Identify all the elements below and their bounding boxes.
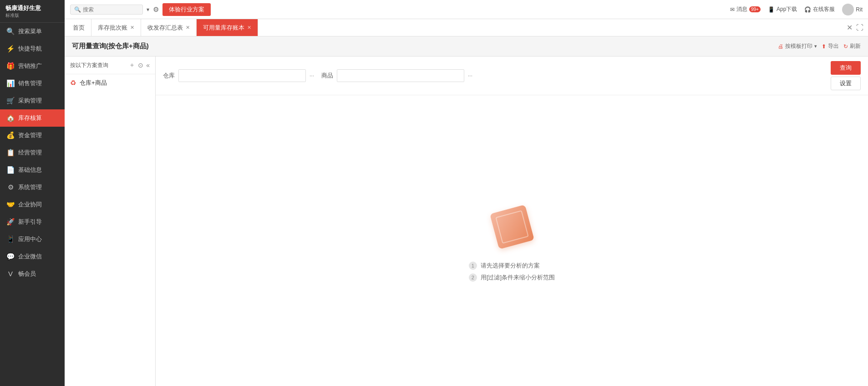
empty-hint-2: 2 用[过滤]条件来缩小分析范围: [469, 273, 555, 282]
sidebar-item-vip[interactable]: V 畅会员: [0, 265, 65, 283]
warehouse-label: 仓库: [163, 72, 175, 80]
tab-batch-account[interactable]: 库存批次账 ✕: [91, 19, 141, 36]
hint1-text: 请先选择要分析的方案: [481, 262, 540, 270]
sidebar-item-label: 搜索菜单: [18, 27, 42, 36]
print-btn[interactable]: 🖨 按模板打印 ▾: [778, 42, 817, 50]
refresh-label: 刷新: [850, 42, 861, 50]
scheme-icon: ♻: [70, 79, 76, 87]
sidebar-item-label: 采购管理: [18, 97, 42, 105]
top-bar: 🔍 ▾ ⚙ 体验行业方案 ✉ 消息 99+ 📱 App下载 🎧 在线客服 Rit: [65, 0, 868, 19]
sidebar-item-label: 企业协同: [18, 201, 42, 209]
export-btn[interactable]: ⬆ 导出: [822, 42, 839, 50]
doc-icon: 📄: [6, 166, 15, 174]
main-area: 🔍 ▾ ⚙ 体验行业方案 ✉ 消息 99+ 📱 App下载 🎧 在线客服 Rit: [65, 0, 868, 386]
sidebar-item-basic[interactable]: 📄 基础信息: [0, 161, 65, 179]
sidebar-item-inventory[interactable]: 🏠 库存核算: [0, 109, 65, 127]
goods-more-btn[interactable]: ···: [468, 72, 472, 79]
app-icon: 📱: [768, 6, 775, 13]
sidebar-nav: 🔍 搜索菜单 ⚡ 快捷导航 🎁 营销推广 📊 销售管理 🛒 采购管理 🏠 库存核…: [0, 23, 65, 386]
sidebar: 畅康通好生意 标准版 🔍 搜索菜单 ⚡ 快捷导航 🎁 营销推广 📊 销售管理 🛒…: [0, 0, 65, 386]
empty-illustration: [485, 200, 539, 254]
tab-bar-end: ✕ ⛶: [842, 19, 868, 36]
right-panel: 仓库 ··· 商品 ··· 查询 设置: [156, 57, 868, 386]
tab-close-icon[interactable]: ✕: [130, 25, 134, 31]
search-box[interactable]: 🔍: [70, 5, 143, 15]
search-icon: 🔍: [6, 27, 15, 36]
tab-close-icon[interactable]: ✕: [186, 25, 190, 31]
sidebar-item-label: 应用中心: [18, 235, 42, 243]
gift-icon: 🎁: [6, 62, 15, 70]
goods-input[interactable]: [337, 69, 464, 82]
page-title: 可用量查询(按仓库+商品): [72, 42, 778, 51]
user-avatar-area[interactable]: Rit: [842, 4, 863, 15]
tab-label: 首页: [73, 24, 85, 32]
tab-home[interactable]: 首页: [66, 19, 91, 36]
export-label: 导出: [828, 42, 839, 50]
refresh-icon: ↻: [843, 43, 848, 50]
scheme-warehouse-goods[interactable]: ♻ 仓库+商品: [65, 74, 155, 92]
sidebar-item-label: 资金管理: [18, 131, 42, 139]
sidebar-item-guide[interactable]: 🚀 新手引导: [0, 213, 65, 231]
logo-title: 畅康通好生意: [5, 5, 59, 12]
refresh-btn[interactable]: ↻ 刷新: [843, 42, 861, 50]
sidebar-item-ops[interactable]: 📋 经营管理: [0, 144, 65, 161]
empty-hint-1: 1 请先选择要分析的方案: [469, 262, 555, 270]
lightning-icon: ⚡: [6, 45, 15, 53]
settings-gear-icon[interactable]: ⚙: [153, 5, 159, 14]
app-download-label: App下载: [777, 5, 797, 13]
warehouse-input[interactable]: [178, 69, 306, 82]
sidebar-item-label: 营销推广: [18, 62, 42, 70]
left-panel: 按以下方案查询 ＋ ⊙ « ♻ 仓库+商品: [65, 57, 156, 386]
tab-receive-summary[interactable]: 收发存汇总表 ✕: [141, 19, 197, 36]
trial-btn[interactable]: 体验行业方案: [162, 3, 211, 16]
collapse-btn[interactable]: «: [146, 62, 150, 69]
sidebar-item-wechat[interactable]: 💬 企业微信: [0, 248, 65, 265]
online-service-btn[interactable]: 🎧 在线客服: [804, 5, 835, 13]
sidebar-item-purchase[interactable]: 🛒 采购管理: [0, 92, 65, 109]
search-input[interactable]: [83, 6, 128, 13]
sidebar-item-shortcut[interactable]: ⚡ 快捷导航: [0, 40, 65, 57]
sidebar-item-label: 经营管理: [18, 149, 42, 157]
goods-label: 商品: [321, 72, 333, 80]
filter-row: 仓库 ··· 商品 ··· 查询 设置: [156, 57, 868, 95]
ops-icon: 📋: [6, 149, 15, 157]
message-btn[interactable]: ✉ 消息 99+: [730, 5, 761, 13]
sidebar-item-app[interactable]: 📱 应用中心: [0, 231, 65, 248]
dropdown-arrow-icon[interactable]: ▾: [814, 43, 817, 49]
sidebar-item-label: 基础信息: [18, 166, 42, 174]
sidebar-item-marketing[interactable]: 🎁 营销推广: [0, 57, 65, 75]
warehouse-more-btn[interactable]: ···: [310, 72, 314, 79]
tab-label: 可用量库存账本: [203, 24, 244, 32]
settings-button[interactable]: 设置: [831, 77, 861, 90]
wechat-icon: 💬: [6, 252, 15, 261]
sidebar-item-sales[interactable]: 📊 销售管理: [0, 75, 65, 92]
sidebar-item-enterprise[interactable]: 🤝 企业协同: [0, 196, 65, 213]
gear-icon: ⚙: [6, 183, 15, 191]
dropdown-arrow[interactable]: ▾: [147, 6, 149, 13]
left-panel-actions: ＋ ⊙ «: [129, 61, 150, 69]
sidebar-item-label: 新手引导: [18, 218, 42, 226]
username: Rit: [856, 6, 863, 13]
sidebar-logo: 畅康通好生意 标准版: [0, 0, 65, 23]
mobile-icon: 📱: [6, 235, 15, 243]
tab-available-ledger[interactable]: 可用量库存账本 ✕: [197, 19, 258, 36]
add-scheme-btn[interactable]: ＋: [129, 61, 135, 69]
sidebar-item-search[interactable]: 🔍 搜索菜单: [0, 23, 65, 40]
rocket-icon: 🚀: [6, 218, 15, 226]
search-icon: 🔍: [74, 6, 81, 13]
sidebar-item-label: 快捷导航: [18, 45, 42, 53]
close-tab-btn[interactable]: ✕: [847, 23, 853, 32]
manage-scheme-btn[interactable]: ⊙: [138, 62, 143, 69]
hint2-text: 用[过滤]条件来缩小分析范围: [481, 273, 555, 282]
expand-tab-btn[interactable]: ⛶: [856, 24, 863, 32]
action-buttons: 查询 设置: [831, 61, 861, 90]
sidebar-item-label: 企业微信: [18, 252, 42, 261]
query-button[interactable]: 查询: [831, 61, 861, 75]
vip-icon: V: [6, 270, 15, 278]
sidebar-item-system[interactable]: ⚙ 系统管理: [0, 179, 65, 196]
left-panel-title: 按以下方案查询: [70, 62, 108, 69]
sidebar-item-funds[interactable]: 💰 资金管理: [0, 127, 65, 144]
tab-close-icon[interactable]: ✕: [247, 25, 251, 31]
app-download-btn[interactable]: 📱 App下载: [768, 5, 797, 13]
goods-filter: 商品 ···: [321, 69, 472, 82]
